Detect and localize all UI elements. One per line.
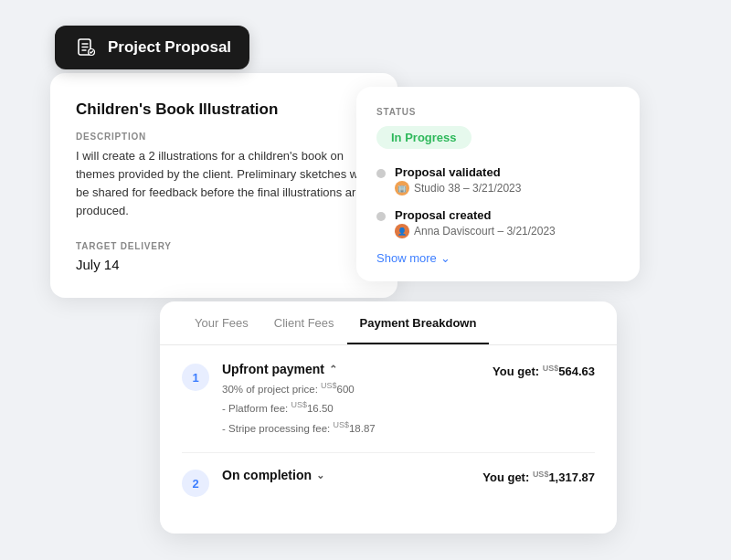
proposal-title: Children's Book Illustration: [76, 100, 372, 119]
event-title-2: Proposal created: [395, 208, 556, 222]
status-card: STATUS In Progress Proposal validated 🏢 …: [356, 87, 640, 281]
payment-row-completion: 2 On completion ⌄ You get: US$1,317.87: [182, 468, 595, 497]
upfront-label: Upfront payment: [222, 362, 324, 376]
completion-amount-col: You get: US$1,317.87: [482, 468, 595, 484]
avatar-studio: 🏢: [395, 181, 409, 195]
event-meta-text: Studio 38 – 3/21/2023: [414, 182, 521, 195]
timeline-dot: [376, 169, 386, 178]
tab-client-fees[interactable]: Client Fees: [261, 301, 347, 344]
upfront-content: Upfront payment ⌃ 30% of project price: …: [222, 362, 480, 438]
status-badge: In Progress: [376, 126, 471, 149]
detail-line-1: 30% of project price: US$600: [222, 379, 480, 398]
divider: [182, 452, 595, 453]
upfront-title[interactable]: Upfront payment ⌃: [222, 362, 480, 376]
timeline-dot-2: [376, 212, 386, 221]
description-label: DESCRIPTION: [76, 132, 372, 142]
payment-tabs: Your Fees Client Fees Payment Breakdown: [160, 301, 617, 345]
chevron-down-icon-2: ⌄: [316, 470, 324, 481]
delivery-date: July 14: [76, 257, 372, 272]
payment-number-1: 1: [182, 364, 209, 391]
event-meta-2: 👤 Anna Daviscourt – 3/21/2023: [395, 224, 556, 238]
event-meta-text-2: Anna Daviscourt – 3/21/2023: [414, 225, 556, 238]
timeline-content: Proposal validated 🏢 Studio 38 – 3/21/20…: [395, 165, 521, 195]
delivery-label: TARGET DELIVERY: [76, 241, 372, 251]
timeline-item-created: Proposal created 👤 Anna Daviscourt – 3/2…: [376, 208, 620, 238]
payment-number-2: 2: [182, 470, 209, 497]
event-meta: 🏢 Studio 38 – 3/21/2023: [395, 181, 521, 195]
tab-your-fees[interactable]: Your Fees: [182, 301, 261, 344]
badge-label: Project Proposal: [108, 38, 231, 57]
completion-amount: You get: US$1,317.87: [482, 470, 595, 484]
event-title: Proposal validated: [395, 165, 521, 179]
payment-card: Your Fees Client Fees Payment Breakdown …: [160, 301, 617, 534]
tab-payment-breakdown[interactable]: Payment Breakdown: [347, 301, 490, 344]
completion-title[interactable]: On completion ⌄: [222, 468, 470, 482]
completion-label: On completion: [222, 468, 312, 482]
timeline-content-2: Proposal created 👤 Anna Daviscourt – 3/2…: [395, 208, 556, 238]
payment-row-upfront: 1 Upfront payment ⌃ 30% of project price…: [182, 362, 595, 438]
proposal-description: I will create a 2 illustrations for a ch…: [76, 147, 372, 221]
upfront-amount-col: You get: US$564.63: [493, 362, 595, 378]
proposal-card: Children's Book Illustration DESCRIPTION…: [50, 73, 397, 298]
payment-body: 1 Upfront payment ⌃ 30% of project price…: [160, 345, 617, 497]
chevron-up-icon: ⌃: [329, 364, 337, 375]
detail-line-3: - Stripe processing fee: US$18.87: [222, 418, 480, 438]
show-more-button[interactable]: Show more ⌄: [376, 251, 620, 265]
timeline-item-validated: Proposal validated 🏢 Studio 38 – 3/21/20…: [376, 165, 620, 195]
project-proposal-badge: Project Proposal: [55, 26, 249, 69]
status-label: STATUS: [376, 107, 620, 117]
upfront-details: 30% of project price: US$600 - Platform …: [222, 379, 480, 438]
completion-content: On completion ⌄: [222, 468, 470, 482]
avatar-anna: 👤: [395, 224, 409, 238]
upfront-amount: You get: US$564.63: [493, 364, 595, 378]
detail-line-2: - Platform fee: US$16.50: [222, 398, 480, 417]
show-more-label: Show more: [376, 251, 437, 265]
chevron-down-icon: ⌄: [440, 251, 450, 265]
proposal-icon: [73, 35, 99, 60]
